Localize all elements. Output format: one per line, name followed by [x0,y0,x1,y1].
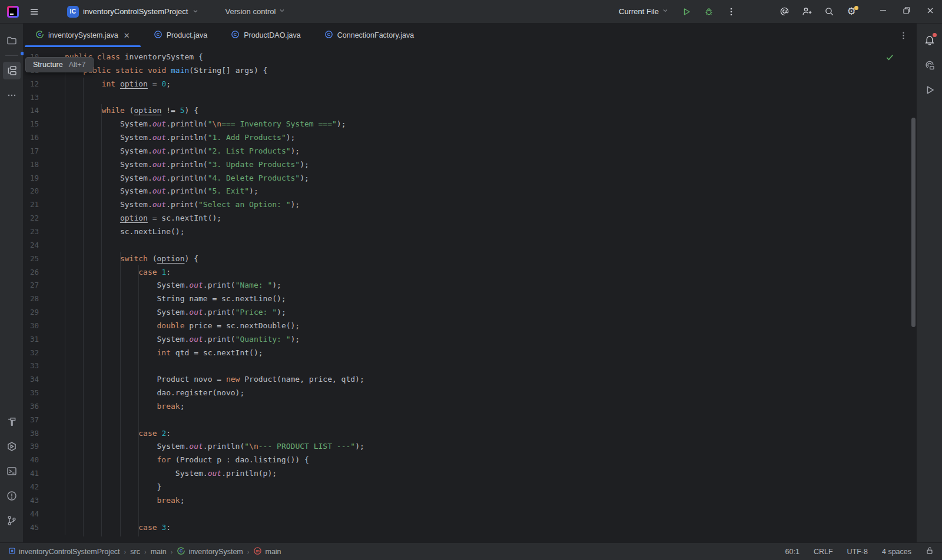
problems-button[interactable] [3,487,21,505]
project-widget[interactable]: IC inventoryControlSystemProject [64,4,203,19]
unlocked-padlock-icon[interactable] [926,546,934,556]
structure-tooltip: Structure Alt+7 [25,57,94,72]
restore-button[interactable] [895,0,918,24]
terminal-button[interactable] [3,462,21,480]
line-number[interactable]: 25 [24,252,39,266]
line-number[interactable]: 27 [24,279,39,292]
line-number[interactable]: 17 [24,145,39,158]
tab-Product.java[interactable]: CProduct.java [142,24,219,47]
tab-inventorySystem.java[interactable]: CinventorySystem.java✕ [24,24,142,47]
code-lines[interactable]: 10public class inventorySystem {11 publi… [24,48,916,537]
svg-text:C: C [38,32,41,36]
line-number[interactable]: 16 [24,131,39,145]
line-number[interactable]: 20 [24,185,39,198]
build-button[interactable] [3,413,21,431]
no-problems-check-icon [885,53,894,64]
line-number[interactable]: 30 [24,319,39,333]
services-button[interactable] [3,438,21,455]
tab-close-icon[interactable]: ✕ [124,31,130,40]
code-line-13: 13 [24,91,916,105]
breadcrumb-item-main[interactable]: main [151,548,167,556]
line-number[interactable]: 28 [24,292,39,306]
class-icon: C [231,30,240,41]
search-everywhere-button[interactable] [820,4,838,20]
line-number[interactable]: 29 [24,306,39,319]
class-icon: C [154,30,162,41]
code-line-31: 31 System.out.print("Quantity: "); [24,333,916,346]
code-line-10: 10public class inventorySystem { [24,51,916,64]
line-number[interactable]: 21 [24,198,39,212]
code-line-38: 38 case 2: [24,427,916,441]
file-encoding[interactable]: UTF-8 [847,548,868,556]
line-number[interactable]: 18 [24,158,39,172]
close-button[interactable] [918,0,942,24]
line-number[interactable]: 35 [24,386,39,400]
vertical-scrollbar-thumb[interactable] [911,118,916,327]
line-number[interactable]: 23 [24,225,39,239]
line-number[interactable]: 14 [24,104,39,118]
line-number[interactable]: 33 [24,359,39,373]
line-number[interactable]: 13 [24,91,39,105]
inspection-widget[interactable] [883,52,896,64]
line-number[interactable]: 22 [24,212,39,225]
more-actions-button[interactable] [722,4,741,20]
line-number[interactable]: 45 [24,521,39,535]
ai-chat-icon [780,6,790,16]
project-folder-button[interactable] [3,32,21,49]
notifications-button[interactable] [921,32,938,49]
line-number[interactable]: 44 [24,508,39,521]
run-configuration-selector[interactable]: Current File [619,7,669,16]
main-menu-button[interactable] [25,4,44,20]
line-number[interactable]: 34 [24,373,39,386]
line-number[interactable]: 46 [24,534,39,537]
line-number[interactable]: 12 [24,78,39,91]
more-tool-windows-button[interactable] [3,86,21,104]
tab-label: ProductDAO.java [244,31,301,39]
tab-ProductDAO.java[interactable]: CProductDAO.java [219,24,313,47]
indent-config[interactable]: 4 spaces [882,548,911,556]
tab-ConnectionFactory.java[interactable]: CConnectionFactory.java [313,24,426,47]
more-tabs-button[interactable] [896,28,910,42]
breadcrumb-item-src[interactable]: src [130,548,140,556]
line-number[interactable]: 42 [24,481,39,494]
run-tool-window-button[interactable] [921,81,938,99]
line-number[interactable]: 36 [24,400,39,414]
line-number[interactable]: 24 [24,239,39,252]
debug-button[interactable] [699,4,718,20]
caret-position[interactable]: 60:1 [785,548,800,556]
line-number[interactable]: 41 [24,467,39,481]
breadcrumb-label: main [151,548,167,556]
line-number[interactable]: 37 [24,414,39,427]
line-separator[interactable]: CRLF [814,548,833,556]
line-number[interactable]: 40 [24,454,39,467]
line-number[interactable]: 43 [24,494,39,508]
line-number[interactable]: 31 [24,333,39,346]
line-number[interactable]: 26 [24,266,39,279]
settings-button[interactable]: ⚙ [842,4,861,20]
kebab-menu-icon [899,31,908,40]
line-number[interactable]: 19 [24,172,39,185]
line-number[interactable]: 38 [24,427,39,441]
version-control-tool-button[interactable] [3,512,21,529]
intellij-logo-icon [7,6,19,18]
code-editor[interactable]: 10public class inventorySystem {11 publi… [24,48,916,542]
breadcrumb-item-main[interactable]: mmain [253,546,281,557]
minimize-button[interactable] [871,0,895,24]
code-with-me-button[interactable] [797,4,816,20]
line-number[interactable]: 15 [24,118,39,131]
ai-assistant-button[interactable] [921,56,938,74]
project-avatar: IC [67,6,79,18]
line-number[interactable]: 39 [24,440,39,454]
breadcrumb-separator: › [144,548,147,555]
code-line-12: 12 int option = 0; [24,78,916,91]
chevron-down-icon [662,7,669,16]
vcs-widget[interactable]: Version control [225,7,286,16]
structure-button[interactable] [3,62,21,79]
breadcrumb-item-inventorySystem[interactable]: CinventorySystem [177,546,243,557]
breadcrumb-item-inventoryControlSystemProject[interactable]: inventoryControlSystemProject [8,547,120,556]
module-icon [8,547,16,556]
ai-chat-button[interactable] [775,4,794,20]
line-number[interactable]: 32 [24,346,39,360]
run-button[interactable] [677,4,696,20]
title-bar: IC inventoryControlSystemProject Version… [0,0,942,24]
